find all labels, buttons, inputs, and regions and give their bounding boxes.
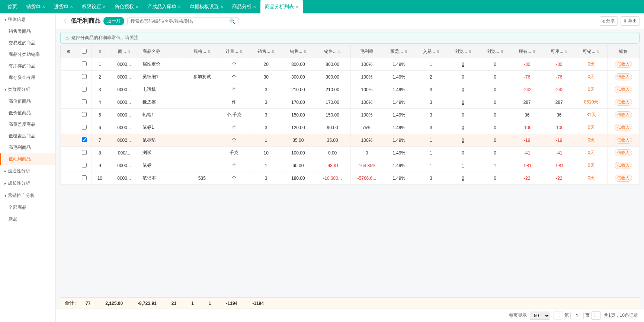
row-browse1-5[interactable]: 0 [447, 121, 479, 134]
sidebar-group-marketing-label: 营销推广分析 [8, 192, 35, 199]
row-unit-8: 个 [218, 159, 250, 172]
col-header-browse1[interactable]: 浏览... ⇅ [447, 45, 479, 58]
row-check-8[interactable] [77, 159, 92, 172]
close-goods-analysis[interactable]: ✕ [253, 5, 256, 9]
col-header-sale-price[interactable]: 销售... ⇅ [282, 45, 314, 58]
col-header-avail-stock[interactable]: 可用... ⇅ [543, 45, 575, 58]
col-header-check[interactable] [77, 45, 92, 58]
nav-goods-analysis[interactable]: 商品分析✕ [228, 0, 260, 13]
col-header-sale-profit[interactable]: 销售... ⇅ [314, 45, 350, 58]
row-browse2-7: 0 [479, 147, 511, 159]
row-name-3: 橡皮擦 [140, 96, 186, 109]
nav-product-storage[interactable]: 产成品入库单✕ [143, 0, 185, 13]
col-header-code[interactable]: 商... ⇅ [108, 45, 140, 58]
col-header-trade[interactable]: 交易... ⇅ [415, 45, 447, 58]
nav-role-auth[interactable]: 角色授权✕ [110, 0, 143, 13]
select-all-checkbox[interactable] [82, 49, 87, 54]
row-gross-rate-6: 100% [351, 134, 383, 147]
sidebar-group-marketing[interactable]: ▾ 营销推广分析 [0, 189, 55, 202]
close-purchase-order[interactable]: ✕ [70, 5, 73, 9]
row-sale-days-9: 0天 [575, 172, 607, 185]
nav-home[interactable]: 首页 [3, 0, 22, 13]
sidebar-item-high-coverage[interactable]: 高覆盖度商品 [0, 119, 55, 130]
export-btn[interactable]: ⬇ 导出 [621, 16, 640, 26]
col-header-name[interactable]: 商品名称 [140, 45, 186, 58]
page-size-label: 每页显示 [509, 312, 527, 319]
sidebar-item-new-goods[interactable]: 新品 [0, 213, 55, 225]
sidebar-group-flow[interactable]: ▸ 流通性分析 [0, 165, 55, 177]
sidebar-item-low-profit[interactable]: 低毛利商品 [0, 153, 55, 165]
sidebar-item-stock-goods[interactable]: 有库存的商品 [0, 60, 55, 72]
close-role-auth[interactable]: ✕ [135, 5, 138, 9]
row-check-1[interactable] [77, 71, 92, 83]
row-browse1-2[interactable]: 0 [447, 83, 479, 96]
row-check-0[interactable] [77, 58, 92, 71]
row-browse1-3[interactable]: 0 [447, 96, 479, 109]
col-header-settings[interactable]: ⚙ [61, 45, 77, 58]
sidebar-item-sales-goods[interactable]: 销售类商品 [0, 26, 55, 37]
col-header-browse2[interactable]: 浏览... ⇅ [479, 45, 511, 58]
close-permissions[interactable]: ✕ [103, 5, 106, 9]
sidebar-item-all-goods[interactable]: 全部商品 [0, 202, 55, 213]
row-browse1-4[interactable]: 0 [447, 109, 479, 121]
row-check-2[interactable] [77, 83, 92, 96]
row-coverage-3: 1.49% [383, 96, 415, 109]
sidebar-item-traded-goods[interactable]: 交易过的商品 [0, 37, 55, 49]
sidebar-item-capital-occupy[interactable]: 库存资金占用 [0, 72, 55, 83]
prev-page-btn[interactable]: 〈 [553, 311, 563, 320]
row-browse1-8[interactable]: 1 [447, 159, 479, 172]
sidebar-item-category-rate[interactable]: 商品分类助销率 [0, 49, 55, 60]
row-check-4[interactable] [77, 109, 92, 121]
row-check-7[interactable] [77, 147, 92, 159]
col-header-gross-rate[interactable]: 毛利率 [351, 45, 383, 58]
nav-permissions[interactable]: 权限设置✕ [77, 0, 110, 13]
search-icon[interactable]: 🔍 [229, 18, 236, 24]
sidebar-item-high-profit[interactable]: 高毛利商品 [0, 142, 55, 153]
footer-sale-profit: -8,723.91 [138, 301, 157, 306]
row-avail-stock-8: -981 [543, 159, 575, 172]
sidebar-group-overall[interactable]: ▾ 整体信息 [0, 13, 55, 26]
nav-sales-order[interactable]: 销货单✕ [22, 0, 49, 13]
collapse-sidebar-btn[interactable]: 《 [60, 18, 68, 24]
row-coverage-1: 1.49% [383, 71, 415, 83]
next-page-btn[interactable]: 〉 [591, 311, 601, 320]
sidebar-group-growth-label: 成长性分析 [8, 180, 30, 186]
row-check-6[interactable] [77, 134, 92, 147]
sidebar-item-low-coverage[interactable]: 低覆盖度商品 [0, 130, 55, 142]
col-header-unit[interactable]: 计量... ⇅ [218, 45, 250, 58]
share-btn[interactable]: ⎋ 分享 [600, 16, 618, 26]
row-browse1-1[interactable]: 0 [447, 71, 479, 83]
col-header-coverage[interactable]: 覆盖... ⇅ [383, 45, 415, 58]
col-header-sale-days[interactable]: 可销... ⇅ [575, 45, 607, 58]
export-label: 导出 [628, 18, 637, 24]
close-sales-order[interactable]: ✕ [42, 5, 45, 9]
nav-template-settings[interactable]: 单据模板设置✕ [185, 0, 228, 13]
row-browse1-0[interactable]: 0 [447, 58, 479, 71]
row-check-3[interactable] [77, 96, 92, 109]
sidebar-group-growth[interactable]: ▸ 成长性分析 [0, 177, 55, 189]
row-tag-5: 低收入 [607, 121, 639, 134]
sidebar-item-high-value[interactable]: 高价值商品 [0, 96, 55, 107]
row-settings-6 [61, 134, 77, 147]
col-header-sale-count[interactable]: 销售... ⇅ [250, 45, 282, 58]
search-input[interactable] [131, 19, 229, 24]
nav-purchase-order[interactable]: 进货单✕ [49, 0, 77, 13]
close-goods-analysis-list[interactable]: ✕ [295, 5, 298, 9]
row-check-5[interactable] [77, 121, 92, 134]
sidebar-group-cluster[interactable]: ▾ 类群度分析 [0, 83, 55, 96]
row-unit-7: 千克 [218, 147, 250, 159]
nav-goods-analysis-list[interactable]: 商品分析列表✕ [260, 0, 303, 13]
close-product-storage[interactable]: ✕ [178, 5, 181, 9]
page-size-select[interactable]: 50 20 100 [530, 312, 550, 320]
row-browse1-9[interactable]: 0 [447, 172, 479, 185]
row-cur-stock-5: -106 [511, 121, 543, 134]
sidebar-item-low-value[interactable]: 低价值商品 [0, 107, 55, 119]
page-number-input[interactable] [570, 312, 584, 319]
filter-recent-month-btn[interactable]: 近一月 [103, 17, 124, 25]
row-check-9[interactable] [77, 172, 92, 185]
col-header-cur-stock[interactable]: 现有... ⇅ [511, 45, 543, 58]
close-template-settings[interactable]: ✕ [220, 5, 223, 9]
row-browse1-6[interactable]: 0 [447, 134, 479, 147]
col-header-spec[interactable]: 规格... ⇅ [186, 45, 218, 58]
row-browse1-7[interactable]: 0 [447, 147, 479, 159]
